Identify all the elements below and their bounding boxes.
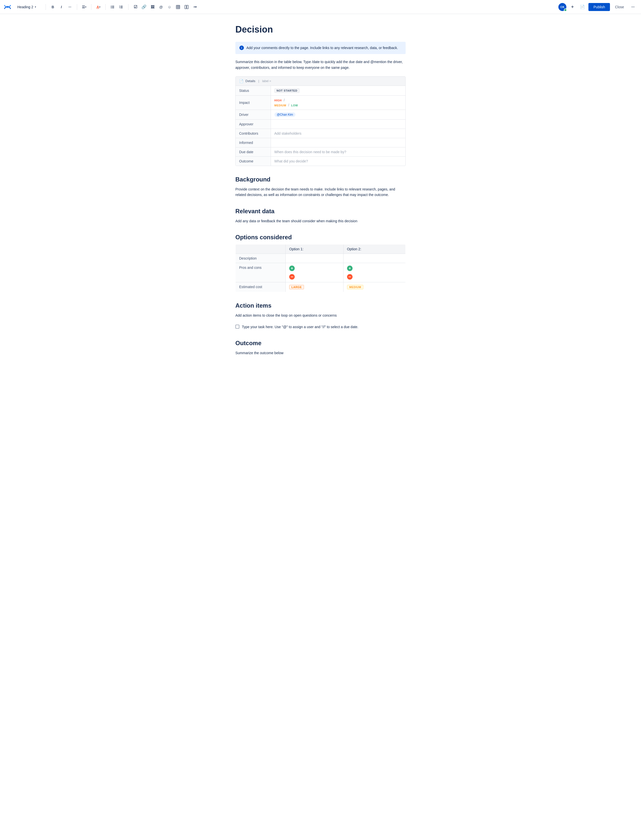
insert-group: ☑ 🔗 🖼 @ ☺ +▾ <box>132 3 199 11</box>
close-button[interactable]: Close <box>612 3 627 11</box>
intro-text: Summarize this decision in the table bel… <box>235 59 406 70</box>
color-button[interactable]: A ▾ <box>94 3 102 11</box>
details-pipe: | <box>258 79 259 83</box>
avatar-online-badge <box>564 8 567 11</box>
table-row: Description <box>236 254 406 263</box>
publish-button[interactable]: Publish <box>588 3 610 11</box>
more-format-button[interactable]: ··· <box>66 3 74 11</box>
text-format-group: B I ··· <box>49 3 74 11</box>
content-area: Decision i Add your comments directly to… <box>221 14 420 382</box>
task-checkbox[interactable] <box>235 324 239 329</box>
row-value-due-date[interactable]: When does this decision need to be made … <box>271 147 405 156</box>
row-value-status[interactable]: NOT STARTED <box>271 86 405 96</box>
impact-sep-2: / <box>288 103 289 107</box>
plus-icon-2: + <box>347 265 402 273</box>
align-icon: ☰ <box>82 5 85 9</box>
mention-button[interactable]: @ <box>157 3 165 11</box>
description-val-1[interactable] <box>286 254 343 263</box>
insert-more-button[interactable]: +▾ <box>191 3 199 11</box>
info-icon: i <box>239 45 244 50</box>
svg-rect-5 <box>112 8 114 8</box>
estimated-cost-val-1[interactable]: LARGE <box>286 282 343 292</box>
add-contributor-button[interactable]: + <box>569 3 577 11</box>
color-text-icon: A <box>97 5 99 9</box>
table-row: Estimated cost LARGE MEDIUM <box>236 282 406 292</box>
details-header: 📄 Details | label = <box>236 77 405 86</box>
link-button[interactable]: 🔗 <box>140 3 148 11</box>
columns-button[interactable] <box>182 3 190 11</box>
table-row: Impact HIGH / MEDIUM / LOW <box>236 95 405 110</box>
outcome-text: Summarize the outcome below <box>235 350 406 356</box>
color-group: A ▾ <box>94 3 102 11</box>
table-row: Informed <box>236 138 405 147</box>
pros-cons-val-1[interactable]: + − <box>286 263 343 282</box>
svg-rect-12 <box>176 5 180 9</box>
row-value-impact[interactable]: HIGH / MEDIUM / LOW <box>271 95 405 110</box>
table-row: Outcome What did you decide? <box>236 156 405 166</box>
table-button[interactable] <box>174 3 182 11</box>
row-value-driver[interactable]: @Chan Kim <box>271 110 405 119</box>
confluence-logo[interactable] <box>4 3 11 11</box>
medium-badge: MEDIUM <box>274 104 287 107</box>
action-items-section: Action items Add action items to close t… <box>235 302 406 329</box>
task-button[interactable]: ☑ <box>132 3 140 11</box>
svg-rect-17 <box>185 5 186 9</box>
outcome-placeholder: What did you decide? <box>274 159 308 163</box>
row-value-informed[interactable] <box>271 138 405 147</box>
toolbar: Heading 2 ▾ B I ··· ☰ ▾ A ▾ <box>0 0 641 14</box>
emoji-button[interactable]: ☺ <box>166 3 174 11</box>
toolbar-divider-4 <box>105 4 106 10</box>
contributors-placeholder: Add stakeholders <box>274 132 301 135</box>
row-key-informed: Informed <box>236 138 271 147</box>
options-header-row: Option 1: Option 2: <box>236 244 406 254</box>
large-badge: LARGE <box>289 285 304 289</box>
background-heading: Background <box>235 176 406 183</box>
template-button[interactable]: 📄 <box>578 3 586 11</box>
svg-text:3.: 3. <box>119 7 121 8</box>
minus-icon-2: − <box>347 274 402 279</box>
ordered-list-button[interactable]: 1. 2. 3. <box>117 3 125 11</box>
plus-icon-1: + <box>289 265 340 273</box>
unordered-list-button[interactable] <box>109 3 117 11</box>
details-label: Details <box>245 79 255 83</box>
toolbar-right: CK + 📄 Publish Close ··· <box>558 3 637 11</box>
outcome-heading: Outcome <box>235 340 406 347</box>
row-value-approver[interactable] <box>271 119 405 128</box>
heading-selector[interactable]: Heading 2 ▾ <box>15 4 43 10</box>
more-options-button[interactable]: ··· <box>629 3 637 11</box>
table-row: Driver @Chan Kim <box>236 110 405 119</box>
options-col-empty <box>236 244 286 254</box>
row-key-outcome: Outcome <box>236 156 271 166</box>
media-button[interactable]: 🖼 <box>148 3 156 11</box>
italic-button[interactable]: I <box>57 3 65 11</box>
info-box: i Add your comments directly to the page… <box>235 42 406 54</box>
align-button[interactable]: ☰ ▾ <box>80 3 88 11</box>
options-col-2: Option 2: <box>343 244 405 254</box>
option-1-label: Option 1: <box>289 247 303 251</box>
low-badge: LOW <box>291 104 298 107</box>
pros-cons-val-2[interactable]: + − <box>343 263 405 282</box>
row-value-outcome[interactable]: What did you decide? <box>271 156 405 166</box>
driver-tag[interactable]: @Chan Kim <box>274 112 296 117</box>
bold-button[interactable]: B <box>49 3 57 11</box>
background-text: Provide context on the decision the team… <box>235 186 406 198</box>
svg-point-0 <box>111 5 112 6</box>
svg-point-4 <box>111 8 112 8</box>
estimated-cost-val-2[interactable]: MEDIUM <box>343 282 405 292</box>
svg-rect-18 <box>187 5 188 9</box>
options-table: Option 1: Option 2: Description Pros and… <box>235 244 406 292</box>
svg-rect-3 <box>112 7 114 7</box>
table-row: Contributors Add stakeholders <box>236 128 405 138</box>
relevant-data-text: Add any data or feedback the team should… <box>235 218 406 224</box>
description-val-2[interactable] <box>343 254 405 263</box>
option-2-label: Option 2: <box>347 247 361 251</box>
avatar-initials: CK <box>560 5 564 8</box>
details-table: Status NOT STARTED Impact HIGH / MEDIUM … <box>236 86 405 166</box>
details-file-icon: 📄 <box>239 79 243 83</box>
row-value-contributors[interactable]: Add stakeholders <box>271 128 405 138</box>
page-title[interactable]: Decision <box>235 24 406 35</box>
align-group: ☰ ▾ <box>80 3 88 11</box>
table-row: Pros and cons + − + − <box>236 263 406 282</box>
user-avatar[interactable]: CK <box>558 3 566 11</box>
task-placeholder-text[interactable]: Type your task here. Use "@" to assign a… <box>242 324 358 330</box>
